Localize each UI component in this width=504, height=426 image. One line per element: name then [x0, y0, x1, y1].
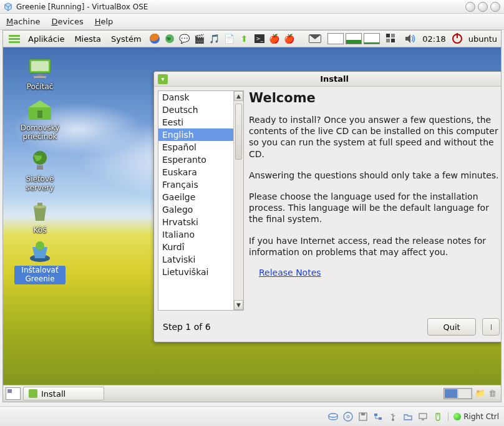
desktop-icon-network[interactable]: Sieťové servery — [14, 149, 65, 193]
mail-icon[interactable] — [309, 34, 321, 43]
network-icon[interactable] — [386, 34, 399, 44]
scroll-up-button[interactable]: ▲ — [234, 91, 243, 101]
desktop-icon-computer[interactable]: Počítač — [14, 57, 65, 92]
quit-button[interactable]: Quit — [427, 318, 476, 336]
scroll-down-button[interactable]: ▼ — [234, 300, 243, 310]
clock[interactable]: 02:18 — [422, 34, 445, 44]
window-maximize-button[interactable] — [478, 2, 488, 12]
network-servers-icon — [26, 149, 54, 173]
taskbar-entry-install[interactable]: Install — [23, 387, 104, 400]
installer-paragraph: Answering the questions should only take… — [249, 170, 500, 181]
language-option[interactable]: Deutsch — [158, 104, 233, 116]
terminal-icon[interactable]: >_ — [253, 32, 266, 46]
svg-rect-11 — [31, 61, 49, 71]
language-option[interactable]: Kurdî — [158, 241, 233, 253]
apple-green-icon[interactable]: 🍎 — [268, 32, 281, 46]
vb-hostkey-indicator[interactable]: Right Ctrl — [448, 412, 499, 421]
svg-rect-25 — [361, 413, 365, 415]
window-minimize-button[interactable] — [465, 2, 475, 12]
desktop-icon-label: Inštalovať Greenie — [14, 266, 65, 284]
workspace-2[interactable] — [458, 389, 471, 398]
language-option[interactable]: Latviski — [158, 253, 233, 266]
svg-point-20 — [36, 241, 44, 250]
svg-rect-13 — [34, 76, 46, 78]
vb-hdd-icon[interactable] — [328, 412, 338, 422]
tray-folder-icon[interactable]: 📁 — [475, 389, 485, 399]
vb-network-icon[interactable] — [373, 412, 383, 422]
language-option[interactable]: Esperanto — [158, 153, 233, 166]
vb-cd-icon[interactable] — [343, 412, 353, 422]
vb-menu-machine[interactable]: Machine — [6, 17, 40, 26]
svg-rect-2 — [9, 35, 20, 37]
svg-rect-29 — [419, 414, 427, 419]
installer-titlebar[interactable]: ▾ Install — [154, 72, 501, 87]
vb-shared-folder-icon[interactable] — [403, 412, 413, 422]
svg-rect-16 — [37, 165, 43, 170]
language-option[interactable]: Italiano — [158, 228, 233, 241]
scroll-thumb[interactable] — [235, 104, 242, 160]
show-desktop-button[interactable] — [6, 387, 21, 400]
virtualbox-statusbar: Right Ctrl — [0, 406, 504, 426]
desktop-icon-trash[interactable]: Kôš — [14, 200, 65, 236]
back-button[interactable]: Back — [482, 318, 500, 336]
vb-floppy-icon[interactable] — [358, 412, 368, 422]
workspace-1[interactable] — [445, 389, 457, 398]
language-option[interactable]: Español — [158, 141, 233, 153]
installer-title: Install — [172, 74, 497, 84]
vb-mouse-icon[interactable] — [433, 412, 443, 422]
svg-rect-4 — [9, 41, 20, 43]
download-icon[interactable]: ⬆ — [238, 32, 251, 46]
music-icon[interactable]: 🎵 — [208, 32, 221, 46]
installer-heading: Welcome — [249, 90, 500, 105]
installer-window-icon: ▾ — [158, 74, 168, 84]
language-option[interactable]: Lietuviškai — [158, 266, 233, 278]
desktop-icon-home[interactable]: Domovský priečinok — [14, 98, 65, 142]
virtualbox-logo-icon — [4, 2, 12, 11]
menu-places[interactable]: Miesta — [69, 34, 106, 44]
menu-system[interactable]: Systém — [106, 34, 146, 44]
vb-display-icon[interactable] — [418, 412, 428, 422]
release-notes-link[interactable]: Release Notes — [259, 268, 321, 278]
window-close-button[interactable] — [490, 2, 500, 12]
chat-icon[interactable]: 💬 — [178, 32, 191, 46]
language-option[interactable]: Euskara — [158, 166, 233, 178]
workspace-switcher[interactable] — [443, 388, 472, 399]
user-label[interactable]: ubuntu — [468, 34, 497, 44]
firefox-icon[interactable] — [148, 32, 162, 46]
desktop-icon-installer[interactable]: Inštalovať Greenie — [14, 240, 65, 284]
system-monitor-applet[interactable] — [327, 33, 380, 44]
language-option[interactable]: Gaeilge — [158, 191, 233, 203]
language-option[interactable]: English — [158, 128, 233, 141]
monitor-icon — [26, 57, 54, 80]
trash-icon — [26, 200, 54, 224]
gnome-bottom-panel: Install 📁 🗑 — [3, 385, 501, 402]
apple-red-icon[interactable]: 🍎 — [283, 32, 296, 46]
vb-menu-help[interactable]: Help — [95, 17, 114, 26]
note-icon[interactable]: 📄 — [223, 32, 236, 46]
installer-icon — [26, 240, 54, 264]
volume-icon[interactable] — [405, 34, 416, 44]
video-icon[interactable]: 🎬 — [193, 32, 206, 46]
installer-content: Welcome Ready to install? Once you answe… — [249, 90, 501, 311]
language-option[interactable]: Eesti — [158, 116, 233, 128]
tray-trash-icon[interactable]: 🗑 — [488, 389, 498, 399]
gnome-top-panel: Aplikácie Miesta Systém 💬 🎬 🎵 📄 ⬆ >_ 🍎 🍎 — [3, 31, 501, 47]
svg-rect-27 — [379, 417, 382, 420]
world-icon[interactable] — [163, 32, 177, 46]
svg-point-23 — [347, 415, 349, 418]
task-installer-icon — [29, 389, 37, 398]
language-scrollbar[interactable]: ▲ ▼ — [233, 91, 243, 310]
svg-marker-9 — [405, 34, 410, 43]
shutdown-icon[interactable] — [452, 34, 462, 44]
svg-point-21 — [329, 414, 337, 417]
installer-paragraph: Please choose the language used for the … — [249, 191, 500, 225]
installer-paragraph: If you have Internet access, read the re… — [249, 235, 500, 258]
language-option[interactable]: Hrvatski — [158, 216, 233, 228]
vb-usb-icon[interactable] — [388, 412, 398, 422]
language-option[interactable]: Dansk — [158, 91, 233, 104]
distro-logo-icon[interactable] — [8, 33, 21, 44]
vb-menu-devices[interactable]: Devices — [51, 17, 83, 26]
language-option[interactable]: Galego — [158, 203, 233, 216]
language-option[interactable]: Français — [158, 178, 233, 191]
menu-applications[interactable]: Aplikácie — [23, 34, 69, 44]
